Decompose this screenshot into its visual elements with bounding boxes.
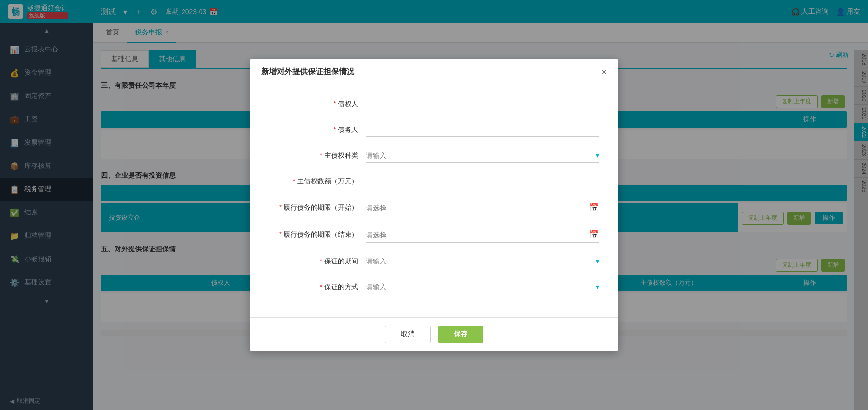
form-row-period-end: * 履行债务的期限（结束） 📅 — [269, 227, 599, 243]
required-marker3: * — [320, 151, 322, 159]
form-row-claim-type: * 主债权种类 ▾ — [269, 148, 599, 163]
dialog-close-btn[interactable]: × — [601, 68, 607, 77]
select-guarantee-period[interactable]: ▾ — [366, 254, 599, 268]
label-claim-amount: * 主债权数额（万元） — [269, 177, 366, 186]
select-guarantee-method[interactable]: ▾ — [366, 280, 599, 294]
label-debtor: * 债务人 — [269, 126, 366, 134]
chevron-down-icon-method: ▾ — [596, 283, 599, 291]
select-guarantee-period-input[interactable] — [366, 257, 596, 265]
dialog-overlay: 新增对外提供保证担保情况 × * 债权人 * 债务人 — [0, 0, 868, 410]
label-claim-amount-text: 主债权数额（万元） — [297, 177, 358, 185]
form-row-guarantee-period: * 保证的期间 ▾ — [269, 254, 599, 268]
calendar-start-icon[interactable]: 📅 — [589, 203, 599, 212]
select-claim-type[interactable]: ▾ — [366, 148, 599, 163]
label-claim-type-text: 主债权种类 — [324, 151, 358, 159]
label-claim-type: * 主债权种类 — [269, 151, 366, 160]
select-guarantee-method-input[interactable] — [366, 283, 596, 291]
label-guarantee-method: * 保证的方式 — [269, 283, 366, 292]
required-marker4: * — [293, 177, 295, 185]
dialog-title: 新增对外提供保证担保情况 — [261, 67, 354, 77]
dialog-footer: 取消 保存 — [250, 317, 618, 351]
form-row-creditor: * 债权人 — [269, 97, 599, 111]
dialog-body: * 债权人 * 债务人 * 主债权种类 — [250, 85, 618, 317]
label-creditor: * 债权人 — [269, 100, 366, 109]
form-row-period-start: * 履行债务的期限（开始） 📅 — [269, 200, 599, 215]
input-claim-amount[interactable] — [366, 174, 599, 188]
label-guarantee-method-text: 保证的方式 — [324, 283, 358, 291]
label-debtor-text: 债务人 — [338, 126, 358, 133]
chevron-down-icon-period: ▾ — [596, 257, 599, 265]
form-row-debtor: * 债务人 — [269, 123, 599, 137]
dialog-header: 新增对外提供保证担保情况 × — [250, 59, 618, 85]
form-row-claim-amount: * 主债权数额（万元） — [269, 174, 599, 188]
date-period-end-input[interactable] — [366, 231, 589, 239]
date-period-start-input[interactable] — [366, 204, 589, 212]
label-period-end-text: 履行债务的期限（结束） — [284, 230, 358, 238]
required-marker5: * — [279, 203, 282, 211]
required-marker7: * — [320, 257, 322, 265]
input-creditor[interactable] — [366, 97, 599, 111]
required-marker: * — [334, 100, 336, 108]
label-guarantee-period-text: 保证的期间 — [324, 257, 358, 265]
required-marker6: * — [279, 230, 282, 238]
label-creditor-text: 债权人 — [338, 100, 358, 108]
form-row-guarantee-method: * 保证的方式 ▾ — [269, 280, 599, 294]
dialog: 新增对外提供保证担保情况 × * 债权人 * 债务人 — [250, 59, 618, 351]
input-debtor[interactable] — [366, 123, 599, 137]
date-period-end[interactable]: 📅 — [366, 227, 599, 243]
calendar-end-icon[interactable]: 📅 — [589, 230, 599, 239]
label-period-start: * 履行债务的期限（开始） — [269, 203, 366, 212]
cancel-button[interactable]: 取消 — [385, 326, 431, 343]
required-marker2: * — [334, 126, 336, 133]
label-period-end: * 履行债务的期限（结束） — [269, 230, 366, 239]
label-period-start-text: 履行债务的期限（开始） — [284, 203, 358, 211]
save-button[interactable]: 保存 — [438, 326, 483, 343]
required-marker8: * — [320, 283, 322, 291]
label-guarantee-period: * 保证的期间 — [269, 257, 366, 266]
chevron-down-icon-claim: ▾ — [596, 151, 599, 159]
date-period-start[interactable]: 📅 — [366, 200, 599, 215]
select-claim-type-input[interactable] — [366, 151, 596, 159]
